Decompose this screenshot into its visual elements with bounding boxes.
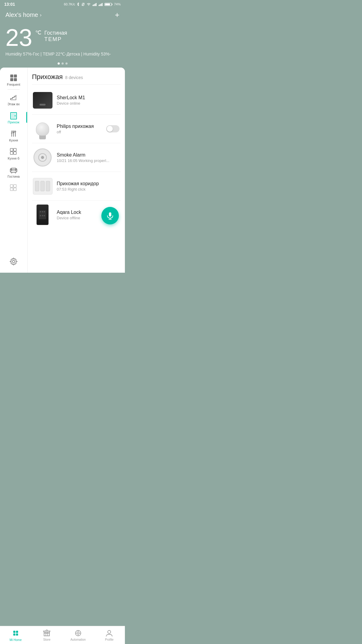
switch-image — [32, 176, 53, 197]
philips-status: off — [57, 130, 106, 134]
signal2-icon — [98, 2, 103, 6]
svg-rect-4 — [94, 4, 94, 6]
svg-rect-38 — [14, 185, 16, 187]
sidebar-item-kuhnya[interactable]: Кухня — [0, 126, 27, 144]
sidebar-label-kuhnya: Кухня — [9, 138, 18, 142]
svg-rect-40 — [14, 188, 16, 191]
bluetooth-icon — [76, 2, 80, 6]
sidebar-label-floor: Этаж вх — [8, 102, 20, 106]
svg-line-0 — [77, 3, 78, 4]
device-item-philips[interactable]: Philips прихожая off — [32, 115, 121, 143]
sidebar-label-frequent: Frequent — [7, 83, 20, 86]
sidebar-item-settings[interactable] — [0, 255, 27, 268]
switch-btn-2 — [40, 181, 45, 191]
fork-icon — [9, 129, 18, 138]
wifi-icon — [86, 2, 91, 6]
add-device-button[interactable]: + — [115, 10, 119, 20]
microphone-icon — [106, 212, 114, 220]
svg-rect-10 — [102, 3, 103, 6]
svg-rect-13 — [105, 3, 110, 5]
grid-icon — [9, 74, 18, 82]
smoke-status: 10/21 16:05 Working properl... — [57, 158, 119, 163]
svg-rect-15 — [14, 75, 17, 78]
svg-rect-9 — [101, 4, 102, 6]
philips-info: Philips прихожая off — [57, 124, 106, 134]
weather-label: TEMP — [44, 36, 67, 43]
sidebar-item-empty[interactable] — [0, 181, 27, 195]
device-item-switch[interactable]: Прихожая коридор 07:53 Right click — [32, 172, 121, 201]
device-item-sherlock[interactable]: SherLock M1 Device online — [32, 86, 121, 115]
door-icon — [9, 111, 18, 120]
sidebar-item-floor[interactable]: Этаж вх — [0, 90, 27, 108]
svg-rect-6 — [96, 3, 97, 6]
sidebar-item-gostina[interactable]: Гостина — [0, 163, 27, 181]
battery-icon — [104, 2, 113, 6]
svg-rect-12 — [112, 4, 112, 5]
temperature-value: 23 — [5, 26, 32, 50]
toggle-knob — [107, 126, 113, 132]
status-icons: 60.7K/c — [64, 2, 121, 6]
svg-point-41 — [12, 260, 15, 263]
svg-rect-8 — [100, 4, 100, 6]
home-name: Alex's home — [5, 11, 38, 18]
signal-icon — [92, 2, 97, 6]
smoke-icon-shape — [33, 148, 52, 167]
weather-room: Гостиная — [44, 30, 67, 36]
svg-rect-30 — [14, 152, 16, 154]
svg-rect-27 — [10, 148, 13, 151]
mute-icon — [81, 2, 85, 6]
svg-rect-5 — [95, 4, 96, 6]
sidebar-item-frequent[interactable]: Frequent — [0, 71, 27, 89]
page-dots — [0, 58, 125, 68]
svg-rect-28 — [14, 148, 16, 151]
svg-rect-37 — [10, 185, 13, 187]
svg-rect-17 — [14, 78, 17, 81]
network-speed: 60.7K/c — [64, 2, 75, 6]
device-item-smoke[interactable]: Smoke Alarm 10/21 16:05 Working properl.… — [32, 143, 121, 172]
svg-rect-39 — [10, 188, 13, 191]
weather-section: 23 ℃ Гостиная TEMP Humidity 57%-Гос | TE… — [0, 23, 125, 58]
room-title: Прихожая — [32, 73, 63, 81]
svg-rect-14 — [10, 75, 13, 78]
sherlock-name: SherLock M1 — [57, 95, 119, 100]
grid4-icon — [9, 148, 18, 156]
switch-btn-1 — [35, 181, 39, 191]
sherlock-info: SherLock M1 Device online — [57, 95, 119, 106]
sherlock-image — [32, 90, 53, 111]
status-bar: 13:01 60.7K/c — [0, 0, 125, 8]
philips-toggle[interactable] — [106, 125, 119, 132]
smoke-name: Smoke Alarm — [57, 152, 119, 158]
chevron-icon: › — [40, 12, 41, 18]
header-divider — [32, 84, 121, 85]
dot-2[interactable] — [62, 62, 64, 65]
main-content: Frequent Этаж вх Прихож — [0, 68, 125, 273]
device-count: 8 devices — [65, 75, 83, 80]
sidebar: Frequent Этаж вх Прихож — [0, 68, 27, 273]
aqara-image — [32, 204, 53, 225]
dot-3[interactable] — [65, 62, 68, 65]
bulb-base — [39, 135, 46, 139]
sherlock-icon-shape — [33, 92, 52, 109]
sidebar-item-kuhnya-b[interactable]: Кухня б — [0, 144, 27, 163]
svg-rect-7 — [99, 5, 100, 6]
sidebar-label-kuhnya-b: Кухня б — [8, 157, 20, 160]
switch-icon-shape — [33, 178, 52, 195]
svg-rect-42 — [109, 212, 111, 217]
smoke-info: Smoke Alarm 10/21 16:05 Working properl.… — [57, 152, 119, 163]
svg-rect-16 — [10, 78, 13, 81]
active-indicator — [26, 112, 27, 123]
bulb-icon-shape — [34, 118, 51, 139]
sidebar-item-prihozh[interactable]: Прихож — [0, 108, 27, 126]
switch-name: Прихожая коридор — [57, 181, 119, 186]
switch-btn-3 — [46, 181, 50, 191]
svg-rect-3 — [93, 5, 94, 6]
device-list-area: Прихожая 8 devices SherLock M1 Device on… — [28, 68, 125, 273]
sherlock-status: Device online — [57, 101, 119, 106]
mic-fab-button[interactable] — [101, 207, 119, 224]
battery-percent: 74% — [114, 2, 121, 6]
philips-name: Philips прихожая — [57, 124, 106, 129]
dot-1[interactable] — [58, 62, 60, 65]
svg-point-20 — [14, 115, 16, 116]
svg-line-1 — [77, 4, 78, 5]
home-title-row[interactable]: Alex's home › — [5, 11, 42, 18]
